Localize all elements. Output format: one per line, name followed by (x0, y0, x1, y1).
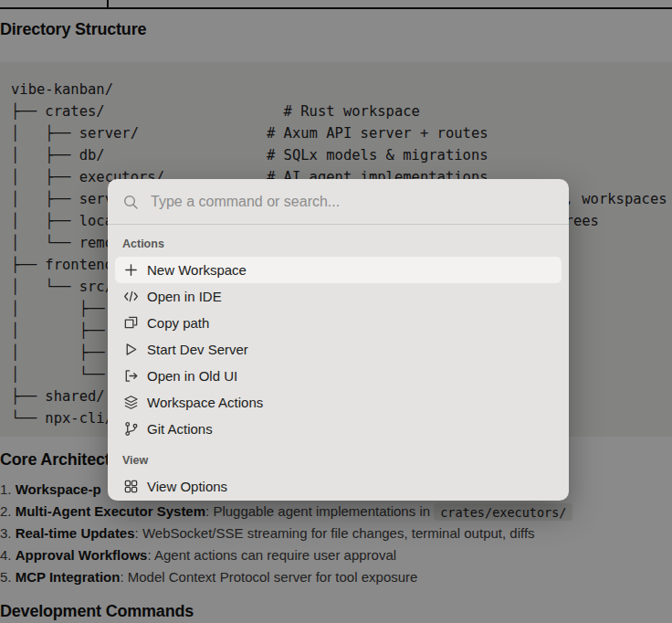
code-icon (123, 289, 139, 304)
menu-item-open-in-old-ui[interactable]: Open in Old UI (115, 363, 562, 389)
exit-icon (123, 368, 139, 384)
menu-item-label: Copy path (147, 315, 209, 331)
play-icon (123, 342, 139, 357)
menu-item-label: Workspace Actions (147, 395, 263, 410)
menu-item-start-dev-server[interactable]: Start Dev Server (115, 336, 562, 363)
search-icon (122, 194, 139, 210)
menu-item-label: New Workspace (147, 262, 247, 278)
copy-icon (123, 315, 139, 331)
menu-item-view-options[interactable]: View Options (115, 473, 562, 500)
palette-search-bar (108, 179, 569, 225)
menu-item-workspace-actions[interactable]: Workspace Actions (115, 389, 562, 416)
layers-icon (123, 395, 139, 410)
palette-results: Actions New Workspace Open in IDE (108, 225, 569, 501)
command-search-input[interactable] (149, 193, 554, 211)
menu-item-label: Git Actions (147, 421, 213, 437)
menu-item-label: Open in IDE (147, 289, 222, 304)
menu-item-label: View Options (147, 479, 227, 494)
menu-item-label: Start Dev Server (147, 342, 248, 357)
grid-icon (123, 479, 139, 494)
menu-item-open-in-ide[interactable]: Open in IDE (115, 283, 562, 310)
command-palette: Actions New Workspace Open in IDE (108, 179, 569, 501)
menu-item-copy-path[interactable]: Copy path (115, 310, 562, 336)
menu-item-new-workspace[interactable]: New Workspace (115, 257, 562, 283)
plus-icon (123, 262, 139, 278)
section-label-view: View (115, 442, 562, 473)
menu-item-label: Open in Old UI (147, 368, 237, 384)
menu-item-git-actions[interactable]: Git Actions (115, 416, 562, 442)
git-branch-icon (123, 421, 139, 437)
section-label-actions: Actions (115, 230, 562, 257)
